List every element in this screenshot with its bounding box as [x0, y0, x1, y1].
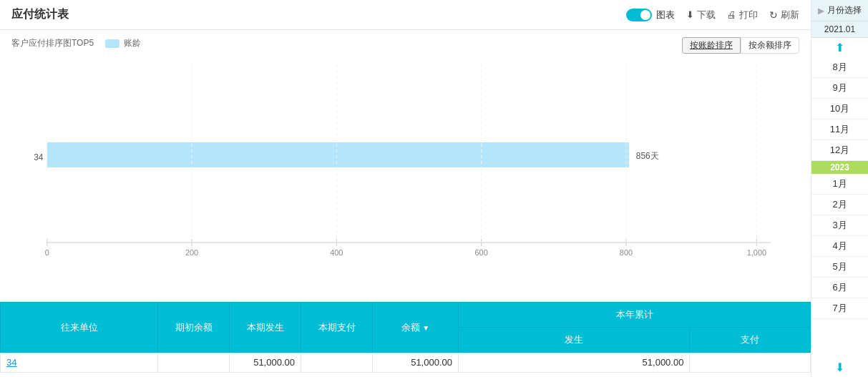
- chart-canvas: 34 856天 0 200 400 600: [26, 57, 792, 271]
- col-ytd-payment: 支付: [690, 328, 811, 353]
- cell-opening: [158, 353, 230, 373]
- balance-icon: ▼: [422, 324, 429, 332]
- svg-text:800: 800: [620, 248, 633, 257]
- sidebar-month-11[interactable]: 11月: [811, 119, 868, 140]
- sidebar-month-3[interactable]: 3月: [811, 215, 868, 236]
- sidebar-expand-icon[interactable]: ▶: [818, 6, 824, 16]
- svg-text:600: 600: [475, 248, 488, 257]
- sidebar-month-7[interactable]: 7月: [811, 298, 868, 319]
- sidebar-month-12[interactable]: 12月: [811, 140, 868, 161]
- sidebar-month-10[interactable]: 10月: [811, 99, 868, 119]
- unit-link[interactable]: 34: [6, 357, 16, 368]
- sidebar-header: ▶ 月份选择: [811, 0, 868, 21]
- page-title: 应付统计表: [11, 7, 69, 22]
- header-actions: 图表 ⬇ 下载 🖨 打印 ↻ 刷新: [626, 9, 799, 21]
- sidebar-months-list: 8月 9月 10月 11月 12月 2023 1月 2月 3月 4月 5月 6月…: [811, 57, 868, 358]
- sort-tab-balance[interactable]: 按余额排序: [741, 37, 799, 54]
- col-ytd: 本年累计: [459, 303, 811, 328]
- sidebar-month-2[interactable]: 2月: [811, 195, 868, 215]
- chart-toggle-wrap[interactable]: 图表: [626, 9, 675, 21]
- cell-ytd-payment: [690, 353, 811, 373]
- download-icon: ⬇: [686, 9, 694, 20]
- chart-toggle[interactable]: [626, 9, 652, 21]
- chart-bar: [47, 142, 629, 167]
- legend-item-2: 账龄: [105, 37, 141, 49]
- svg-text:200: 200: [185, 248, 198, 257]
- refresh-icon: ↻: [769, 9, 778, 21]
- page-header: 应付统计表 图表 ⬇ 下载 🖨 打印 ↻ 刷新: [0, 0, 811, 30]
- col-unit: 往来单位: [1, 303, 158, 353]
- chart-legend: 客户应付排序图TOP5 账龄: [11, 37, 799, 49]
- sidebar-scroll-down[interactable]: ⬇: [811, 358, 868, 377]
- bar-chart-svg: 34 856天 0 200 400 600: [26, 57, 792, 271]
- sidebar-month-4[interactable]: 4月: [811, 236, 868, 257]
- sidebar-month-8[interactable]: 8月: [811, 57, 868, 78]
- chart-section: 客户应付排序图TOP5 账龄 按账龄排序 按余额排序 34: [0, 30, 811, 302]
- cell-ytd-occurrence: 51,000.00: [459, 353, 690, 373]
- svg-text:1,000: 1,000: [747, 248, 766, 257]
- svg-text:34: 34: [34, 152, 44, 162]
- sidebar-month-6[interactable]: 6月: [811, 278, 868, 298]
- legend-color-label: 账龄: [124, 37, 141, 49]
- table-row: 34 51,000.00 51,000.00 51,000.00: [1, 353, 811, 373]
- sidebar-month-1[interactable]: 1月: [811, 174, 868, 195]
- sort-tab-age[interactable]: 按账龄排序: [682, 37, 741, 54]
- table-section: 往来单位 期初余额 本期发生 本期支付 余额 ▼ 本年累计 发生 支付: [0, 302, 811, 377]
- cell-payment: [301, 353, 373, 373]
- svg-text:0: 0: [45, 248, 49, 257]
- chart-sort-tabs: 按账龄排序 按余额排序: [682, 37, 799, 54]
- legend-label: 客户应付排序图TOP5: [11, 37, 94, 49]
- cell-occurrence: 51,000.00: [230, 353, 301, 373]
- refresh-button[interactable]: ↻ 刷新: [769, 9, 799, 21]
- legend-item-1: 客户应付排序图TOP5: [11, 37, 94, 49]
- col-occurrence: 本期发生: [230, 303, 301, 353]
- sidebar-scroll: ⬆ 8月 9月 10月 11月 12月 2023 1月 2月 3月 4月 5月 …: [811, 38, 868, 377]
- toggle-label: 图表: [656, 9, 675, 21]
- col-balance: 余额 ▼: [373, 303, 459, 353]
- print-icon: 🖨: [727, 9, 736, 20]
- data-table: 往来单位 期初余额 本期发生 本期支付 余额 ▼ 本年累计 发生 支付: [0, 302, 811, 373]
- cell-unit: 34: [1, 353, 158, 373]
- sidebar-header-label: 月份选择: [827, 4, 862, 16]
- col-payment: 本期支付: [301, 303, 373, 353]
- download-button[interactable]: ⬇ 下载: [686, 9, 716, 21]
- sidebar-year-2023: 2023: [811, 161, 868, 174]
- svg-text:400: 400: [330, 248, 343, 257]
- sidebar-current-value: 2021.01: [811, 21, 868, 38]
- print-button[interactable]: 🖨 打印: [727, 9, 758, 21]
- svg-text:856天: 856天: [636, 151, 659, 161]
- sidebar-month-9[interactable]: 9月: [811, 78, 868, 99]
- sidebar-scroll-up[interactable]: ⬆: [811, 38, 868, 57]
- sidebar-month-5[interactable]: 5月: [811, 257, 868, 278]
- legend-color-box: [105, 39, 120, 48]
- cell-balance: 51,000.00: [373, 353, 459, 373]
- col-opening: 期初余额: [158, 303, 230, 353]
- month-sidebar: ▶ 月份选择 2021.01 ⬆ 8月 9月 10月 11月 12月 2023 …: [811, 0, 868, 377]
- col-ytd-occurrence: 发生: [459, 328, 690, 353]
